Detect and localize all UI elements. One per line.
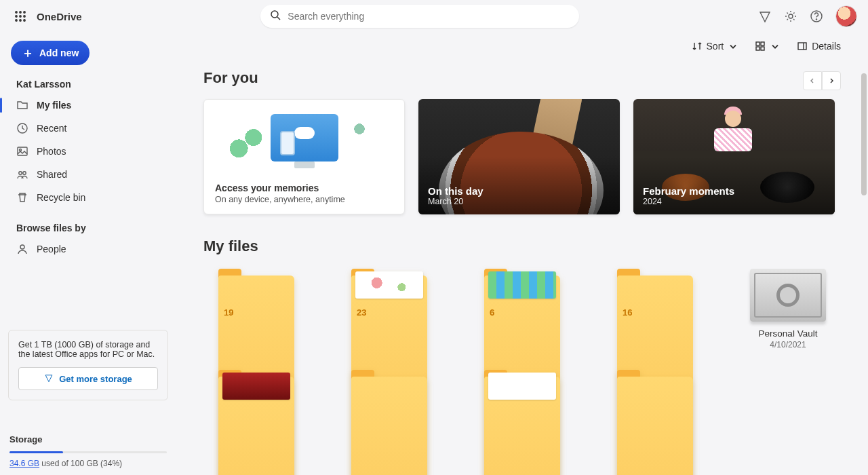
chevron-down-icon [770, 41, 781, 52]
storage-meter: Storage 34.6 GB used of 100 GB (34%) [0, 434, 176, 475]
nav-label: Recycle bin [37, 192, 85, 203]
my-files-heading: My files [203, 238, 841, 255]
svg-point-6 [16, 20, 17, 21]
chevron-down-icon [728, 41, 738, 52]
nav-label: People [37, 244, 66, 254]
svg-point-0 [16, 12, 17, 13]
card-title: February moments [643, 185, 734, 197]
folder-icon [16, 99, 28, 111]
for-you-heading: For you [203, 69, 258, 87]
folder-thumb [355, 271, 423, 299]
for-you-next-button[interactable] [822, 71, 841, 90]
top-bar: OneDrive [0, 0, 868, 33]
folder-count: 19 [224, 307, 233, 318]
nav-recycle-bin[interactable]: Recycle bin [0, 186, 176, 209]
folder-movies[interactable]: 16 Movies 4/23/2016 [602, 269, 708, 349]
nav-label: Recent [37, 123, 66, 134]
svg-point-1 [20, 12, 21, 13]
sort-button[interactable]: Sort [692, 41, 739, 52]
storage-promo: Get 1 TB (1000 GB) of storage and the la… [8, 330, 168, 400]
svg-point-3 [16, 16, 17, 17]
svg-point-19 [23, 172, 26, 174]
add-new-label: Add new [39, 48, 79, 58]
for-you-card-february[interactable]: February moments 2024 [633, 99, 835, 214]
recent-icon [16, 122, 28, 134]
folder-name: Personal Vault [759, 328, 818, 339]
promo-text: Get 1 TB (1000 GB) of storage and the la… [18, 340, 158, 359]
trash-icon [16, 191, 28, 204]
folder-count: 6 [490, 307, 494, 318]
folder-thumb [488, 373, 556, 400]
premium-icon [44, 373, 54, 385]
folder-partial[interactable] [203, 370, 309, 423]
card-subtitle: 2024 [643, 197, 734, 206]
svg-point-12 [789, 14, 793, 18]
for-you-cards: Access your memories On any device, anyw… [203, 99, 841, 214]
search-input[interactable] [288, 11, 570, 22]
browse-files-by-label: Browse files by [0, 209, 176, 238]
folders-grid-row-2 [203, 370, 841, 423]
promo-cta-label: Get more storage [59, 374, 132, 384]
nav-label: Shared [37, 169, 67, 180]
memories-illustration [204, 100, 404, 176]
svg-point-5 [24, 16, 25, 17]
svg-rect-26 [798, 43, 806, 50]
svg-marker-11 [760, 12, 770, 22]
nav-shared[interactable]: Shared [0, 163, 176, 186]
folder-partial[interactable] [336, 370, 442, 423]
settings-icon[interactable] [784, 10, 797, 23]
for-you-card-memories[interactable]: Access your memories On any device, anyw… [203, 99, 405, 214]
details-button[interactable]: Details [797, 41, 841, 52]
svg-rect-25 [761, 47, 764, 50]
nav-recent[interactable]: Recent [0, 117, 176, 140]
search-box[interactable] [260, 5, 579, 28]
nav-people[interactable]: People [0, 238, 176, 261]
nav-photos[interactable]: Photos [0, 140, 176, 163]
folder-count: 16 [623, 307, 632, 318]
vault-icon [750, 269, 826, 322]
nav-my-files[interactable]: My files [0, 94, 176, 117]
folder-count: 23 [357, 307, 366, 318]
top-actions [758, 5, 860, 27]
folders-grid: 19 Apps 5/6/2023 23 Created 4 minutes ag… [203, 269, 841, 349]
folder-date: 4/10/2021 [770, 340, 806, 349]
person-icon [16, 243, 28, 255]
help-icon[interactable] [810, 10, 823, 23]
card-title: On this day [428, 185, 484, 197]
add-new-button[interactable]: ＋ Add new [11, 41, 90, 65]
scrollbar[interactable] [861, 73, 867, 195]
svg-marker-21 [45, 375, 52, 381]
folder-thumb [488, 271, 556, 299]
svg-line-10 [277, 17, 280, 20]
folder-partial[interactable] [469, 370, 575, 423]
brand-title: OneDrive [37, 11, 82, 22]
for-you-prev-button[interactable] [803, 71, 822, 90]
folder-thumb [222, 373, 290, 400]
folder-created[interactable]: 23 Created 4 minutes ago [336, 269, 442, 349]
user-avatar[interactable] [835, 5, 857, 27]
card-subtitle: March 20 [428, 197, 484, 206]
folder-game[interactable]: 6 Game 2/17/2015 [469, 269, 575, 349]
card-title: Access your memories [215, 183, 393, 193]
svg-point-20 [20, 245, 24, 249]
get-more-storage-button[interactable]: Get more storage [18, 367, 158, 390]
svg-point-7 [20, 20, 21, 21]
svg-point-8 [24, 20, 25, 21]
svg-point-2 [24, 12, 25, 13]
svg-rect-23 [761, 42, 764, 45]
for-you-card-on-this-day[interactable]: On this day March 20 [418, 99, 620, 214]
folder-partial[interactable] [602, 370, 708, 423]
svg-rect-24 [756, 47, 760, 50]
view-switcher[interactable] [755, 41, 781, 52]
photos-icon [16, 145, 28, 157]
storage-bar [9, 451, 167, 453]
folder-apps[interactable]: 19 Apps 5/6/2023 [203, 269, 309, 349]
app-launcher-icon[interactable] [8, 4, 33, 28]
folder-personal-vault[interactable]: Personal Vault 4/10/2021 [735, 269, 841, 349]
storage-title: Storage [9, 434, 167, 444]
storage-rest: used of 100 GB (34%) [39, 459, 122, 468]
storage-used-link[interactable]: 34.6 GB [9, 459, 39, 468]
user-name-label: Kat Larsson [0, 65, 176, 94]
premium-icon[interactable] [758, 10, 772, 23]
sort-label: Sort [707, 41, 724, 52]
